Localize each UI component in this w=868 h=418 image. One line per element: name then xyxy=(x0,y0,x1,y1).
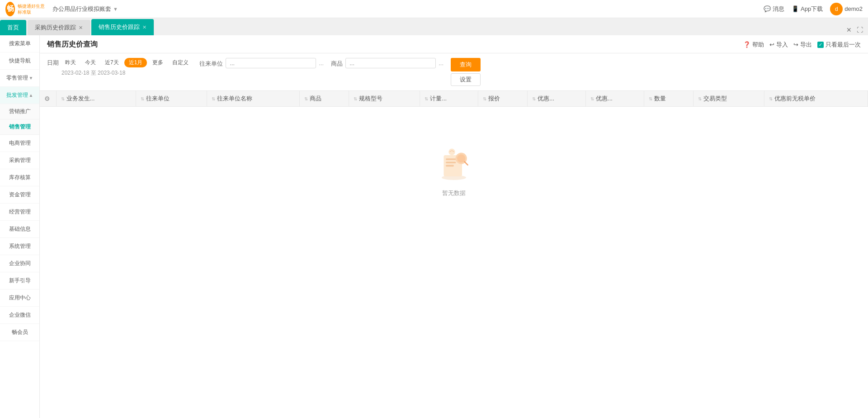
sidebar-item-app-center[interactable]: 应用中心 xyxy=(0,290,39,307)
th-quantity[interactable]: ⇅ 数量 xyxy=(644,91,693,107)
sidebar-item-wholesale[interactable]: 批发管理 ▲ xyxy=(0,87,39,104)
user-area[interactable]: d demo2 xyxy=(830,3,863,15)
sidebar-item-purchase[interactable]: 采购管理 xyxy=(0,152,39,169)
tab-home[interactable]: 首页 xyxy=(0,20,27,35)
th-discount2[interactable]: ⇅ 优惠... xyxy=(586,91,644,107)
sidebar-label-retail: 零售管理 xyxy=(6,74,28,82)
sidebar-label-wholesale: 批发管理 xyxy=(6,91,28,99)
source-filter-group: 往来单位 ... xyxy=(199,58,324,68)
th-trade-type-label: 交易类型 xyxy=(703,95,727,103)
th-partner-name[interactable]: ⇅ 往来单位名称 xyxy=(207,91,300,107)
page-header: 销售历史价查询 ❓ 帮助 ↩ 导入 ↪ 导出 ✓ 只看最后一次 xyxy=(40,35,868,53)
settings-btn[interactable]: 设置 xyxy=(451,73,481,86)
help-btn[interactable]: ❓ 帮助 xyxy=(743,41,764,49)
checkbox-icon: ✓ xyxy=(817,42,824,48)
th-spec-label: 规格型号 xyxy=(359,95,382,103)
sidebar-item-ecommerce[interactable]: 电商管理 xyxy=(0,135,39,152)
th-goods[interactable]: ⇅ 商品 xyxy=(300,91,349,107)
export-btn[interactable]: ↪ 导出 xyxy=(793,41,812,49)
filter-more[interactable]: 更多 xyxy=(149,58,167,67)
sidebar: 搜索菜单 快捷导航 零售管理 ▼ 批发管理 ▲ 营销推广 销售管理 电商管理 采… xyxy=(0,35,40,418)
sidebar-label-system: 系统管理 xyxy=(9,243,31,249)
sidebar-item-sales-manage[interactable]: 销售管理 xyxy=(0,119,39,135)
tab-sales-history[interactable]: 销售历史价跟踪 ✕ xyxy=(91,19,154,35)
export-label: 导出 xyxy=(800,41,812,49)
import-btn[interactable]: ↩ 导入 xyxy=(769,41,788,49)
goods-label: 商品 xyxy=(331,59,343,68)
content-area: 销售历史价查询 ❓ 帮助 ↩ 导入 ↪ 导出 ✓ 只看最后一次 xyxy=(40,35,868,418)
source-input[interactable] xyxy=(226,58,316,68)
sidebar-item-enterprise[interactable]: 企业协同 xyxy=(0,255,39,272)
sidebar-item-inventory[interactable]: 库存核算 xyxy=(0,169,39,186)
th-discount2-sort-icon: ⇅ xyxy=(590,96,594,101)
sidebar-item-retail[interactable]: 零售管理 ▼ xyxy=(0,70,39,87)
sidebar-item-member[interactable]: 畅会员 xyxy=(0,324,39,341)
sidebar-item-marketing[interactable]: 营销推广 xyxy=(0,104,39,119)
filter-custom[interactable]: 自定义 xyxy=(169,58,192,67)
settings-gear-icon[interactable]: ⚙ xyxy=(44,95,50,102)
tab-fullscreen-btn[interactable]: ⛶ xyxy=(855,25,864,34)
tab-sales-close[interactable]: ✕ xyxy=(142,24,146,30)
th-spec[interactable]: ⇅ 规格型号 xyxy=(349,91,420,107)
dropdown-icon: ▼ xyxy=(113,6,118,12)
tab-purchase-close[interactable]: ✕ xyxy=(79,25,83,31)
username: demo2 xyxy=(844,5,863,12)
only-last-checkbox[interactable]: ✓ 只看最后一次 xyxy=(817,41,861,49)
th-quantity-sort-icon: ⇅ xyxy=(649,96,652,101)
filter-1month[interactable]: 近1月 xyxy=(124,58,147,67)
th-pretax-price-sort-icon: ⇅ xyxy=(769,96,773,101)
header-left: 畅 畅捷通好生意 标准版 办公用品行业模拟账套 ▼ xyxy=(5,2,118,16)
date-options-row: 昨天 今天 近7天 近1月 更多 自定义 xyxy=(61,58,192,67)
filter-today[interactable]: 今天 xyxy=(81,58,99,67)
th-partner-code[interactable]: ⇅ 往来单位 xyxy=(136,91,207,107)
header-right: 💬 消息 📱 App下载 d demo2 xyxy=(764,3,863,15)
th-spec-sort-icon: ⇅ xyxy=(354,96,357,101)
th-partner-code-sort-icon: ⇅ xyxy=(141,96,144,101)
sidebar-item-search-menu[interactable]: 搜索菜单 xyxy=(0,35,39,52)
goods-dots[interactable]: ... xyxy=(439,60,443,66)
sidebar-item-wechat[interactable]: 企业微信 xyxy=(0,307,39,324)
sidebar-item-quick-nav[interactable]: 快捷导航 xyxy=(0,52,39,70)
system-title-area[interactable]: 办公用品行业模拟账套 ▼ xyxy=(52,5,118,13)
filter-yesterday[interactable]: 昨天 xyxy=(61,58,80,67)
th-discount1[interactable]: ⇅ 优惠... xyxy=(528,91,586,107)
sidebar-label-sales-manage: 销售管理 xyxy=(9,124,31,130)
sidebar-item-operations[interactable]: 经营管理 xyxy=(0,204,39,221)
tab-bar-actions: ✕ ⛶ xyxy=(844,25,868,35)
sidebar-item-system[interactable]: 系统管理 xyxy=(0,238,39,255)
goods-input[interactable] xyxy=(345,58,436,68)
th-partner-name-label: 往来单位名称 xyxy=(217,95,252,103)
app-download-btn[interactable]: 📱 App下载 xyxy=(792,5,823,13)
main-layout: 搜索菜单 快捷导航 零售管理 ▼ 批发管理 ▲ 营销推广 销售管理 电商管理 采… xyxy=(0,35,868,418)
table-area: ⚙ ⇅ 业务发生... ⇅ 往来单位 xyxy=(40,91,868,418)
filter-7days[interactable]: 近7天 xyxy=(101,58,123,67)
th-trade-type[interactable]: ⇅ 交易类型 xyxy=(693,91,764,107)
sidebar-item-basic-info[interactable]: 基础信息 xyxy=(0,221,39,238)
sidebar-label-purchase: 采购管理 xyxy=(9,157,31,163)
logo-icon: 畅 xyxy=(5,2,15,16)
search-btn[interactable]: 查询 xyxy=(451,58,481,71)
sidebar-label-finance: 资金管理 xyxy=(9,191,31,198)
th-goods-sort-icon: ⇅ xyxy=(304,96,308,101)
sidebar-item-guide[interactable]: 新手引导 xyxy=(0,272,39,290)
th-unit[interactable]: ⇅ 计量... xyxy=(420,91,478,107)
page-title: 销售历史价查询 xyxy=(47,40,98,49)
svg-rect-4 xyxy=(446,165,454,167)
th-settings[interactable]: ⚙ xyxy=(40,91,56,107)
source-dots[interactable]: ... xyxy=(319,60,324,66)
tab-purchase-history[interactable]: 采购历史价跟踪 ✕ xyxy=(28,20,90,35)
message-btn[interactable]: 💬 消息 xyxy=(764,5,784,13)
svg-line-7 xyxy=(464,162,467,165)
th-pretax-price[interactable]: ⇅ 优惠前无税单价 xyxy=(764,91,868,107)
th-business-date[interactable]: ⇅ 业务发生... xyxy=(56,91,136,107)
tab-close-all-btn[interactable]: ✕ xyxy=(844,25,854,34)
tab-home-label: 首页 xyxy=(7,24,19,32)
sidebar-item-finance[interactable]: 资金管理 xyxy=(0,186,39,204)
th-quote[interactable]: ⇅ 报价 xyxy=(478,91,528,107)
empty-state: 暂无数据 xyxy=(40,107,868,233)
logo-text: 畅捷通好生意 标准版 xyxy=(18,3,45,15)
th-unit-label: 计量... xyxy=(430,95,447,103)
th-partner-code-label: 往来单位 xyxy=(146,95,170,103)
sidebar-label-operations: 经营管理 xyxy=(9,209,31,215)
tab-bar: 首页 采购历史价跟踪 ✕ 销售历史价跟踪 ✕ ✕ ⛶ xyxy=(0,18,868,35)
